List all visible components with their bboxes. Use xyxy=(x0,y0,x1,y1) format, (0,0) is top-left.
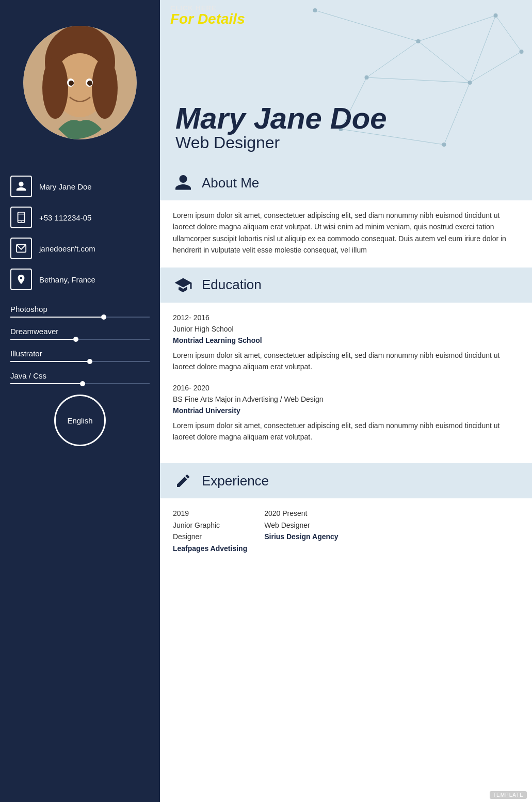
graduation-icon xyxy=(173,275,194,295)
template-badge: TEMPLATE xyxy=(490,791,527,799)
skill-bar-dot xyxy=(80,381,85,386)
svg-line-14 xyxy=(367,41,418,77)
skill-bar-fill xyxy=(10,317,101,318)
skill-name: Photoshop xyxy=(10,305,150,313)
about-text: Lorem ipsum dolor sit amet, consectetuer… xyxy=(173,210,519,256)
education-entry: 2012- 2016 Junior High School Montriad L… xyxy=(173,312,519,373)
skill-bar-dot xyxy=(87,359,92,364)
exp-role: Web Designer xyxy=(264,520,340,531)
person-silhouette-icon xyxy=(173,172,194,193)
contact-email-item: janedoesn't.com xyxy=(10,238,150,259)
phone-icon xyxy=(15,212,27,223)
header-right: CLICK HERE For Details Mary Jane Doe Web… xyxy=(160,0,532,165)
candidate-name: Mary Jane Doe xyxy=(175,103,517,133)
skill-bar-track xyxy=(10,383,150,384)
svg-point-31 xyxy=(21,221,22,222)
click-here-banner[interactable]: CLICK HERE For Details xyxy=(170,4,245,26)
skill-bar-fill xyxy=(10,339,73,340)
for-details-label: For Details xyxy=(170,12,245,26)
sidebar: Mary Jane Doe +53 112234-05 janedoes xyxy=(0,165,160,802)
education-section-header: Education xyxy=(160,268,532,303)
skill-name: Illustrator xyxy=(10,349,150,358)
pencil-icon xyxy=(173,470,194,491)
svg-line-11 xyxy=(496,15,522,52)
svg-point-21 xyxy=(416,39,421,43)
phone-icon-box xyxy=(10,207,32,228)
edu-year: 2016- 2020 xyxy=(173,382,519,394)
about-section-header: About Me xyxy=(160,165,532,200)
svg-line-19 xyxy=(470,15,496,83)
skill-bar-fill xyxy=(10,383,80,384)
language-circle: English xyxy=(54,395,106,446)
experience-entry: 2019 Junior Graphic Designer Leafpages A… xyxy=(173,508,249,554)
edu-school: Montriad University xyxy=(173,405,519,416)
education-entry: 2016- 2020 BS Fine Arts Major in Adverti… xyxy=(173,382,519,443)
experience-columns: 2019 Junior Graphic Designer Leafpages A… xyxy=(173,508,519,554)
edu-degree: BS Fine Arts Major in Advertising / Web … xyxy=(173,394,519,405)
svg-point-20 xyxy=(313,8,317,12)
person-icon xyxy=(15,181,27,192)
svg-point-4 xyxy=(92,57,118,119)
svg-point-3 xyxy=(42,57,68,119)
skill-bar-dot xyxy=(73,337,78,342)
language-section: English xyxy=(10,395,150,446)
avatar xyxy=(23,26,137,139)
skill-bar-dot xyxy=(101,314,106,320)
main-content: About Me Lorem ipsum dolor sit amet, con… xyxy=(160,165,532,802)
about-title: About Me xyxy=(202,175,259,191)
skill-name: Java / Css xyxy=(10,371,150,380)
contact-name-item: Mary Jane Doe xyxy=(10,176,150,197)
skill-item: Photoshop xyxy=(10,305,150,318)
experience-entry: 2020 Present Web Designer Sirius Design … xyxy=(264,508,340,554)
svg-point-8 xyxy=(87,81,92,86)
skill-bar-fill xyxy=(10,361,87,362)
language-label: English xyxy=(67,416,92,425)
edu-degree: Junior High School xyxy=(173,323,519,335)
location-icon-box xyxy=(10,269,32,290)
skill-item: Illustrator xyxy=(10,349,150,362)
about-body: Lorem ipsum dolor sit amet, consectetuer… xyxy=(160,200,532,268)
svg-point-22 xyxy=(494,13,498,18)
svg-line-13 xyxy=(470,52,522,83)
contact-location: Bethany, France xyxy=(39,275,95,284)
skill-name: Dreamweaver xyxy=(10,327,150,336)
skill-bar-track xyxy=(10,361,150,362)
education-body: 2012- 2016 Junior High School Montriad L… xyxy=(160,303,532,464)
contact-name: Mary Jane Doe xyxy=(39,182,92,191)
person-icon-box xyxy=(10,176,32,197)
skill-bar-track xyxy=(10,339,150,340)
email-icon xyxy=(15,243,27,254)
edu-year: 2012- 2016 xyxy=(173,312,519,323)
exp-year: 2019 xyxy=(173,508,249,519)
skill-bar-track xyxy=(10,317,150,318)
experience-title: Experience xyxy=(202,473,269,489)
experience-section-header: Experience xyxy=(160,463,532,498)
skills-section: Photoshop Dreamweaver Illustrator Java /… xyxy=(10,300,150,384)
experience-body: 2019 Junior Graphic Designer Leafpages A… xyxy=(160,498,532,565)
contact-location-item: Bethany, France xyxy=(10,269,150,290)
exp-year: 2020 Present xyxy=(264,508,340,519)
candidate-job-title: Web Designer xyxy=(175,133,517,152)
svg-point-24 xyxy=(468,81,472,85)
svg-point-7 xyxy=(69,81,74,86)
svg-line-12 xyxy=(418,41,470,83)
location-icon xyxy=(15,274,27,285)
edu-description: Lorem ipsum dolor sit amet, consectetuer… xyxy=(173,420,519,443)
exp-company: Sirius Design Agency xyxy=(264,531,340,542)
svg-point-23 xyxy=(520,50,524,54)
contact-phone: +53 112234-05 xyxy=(39,213,91,222)
edu-description: Lorem ipsum dolor sit amet, consectetuer… xyxy=(173,350,519,373)
skill-item: Dreamweaver xyxy=(10,327,150,340)
svg-line-10 xyxy=(418,15,496,41)
skill-item: Java / Css xyxy=(10,371,150,384)
svg-point-25 xyxy=(365,75,369,80)
exp-role: Junior Graphic Designer xyxy=(173,520,249,543)
education-title: Education xyxy=(202,277,262,293)
contact-phone-item: +53 112234-05 xyxy=(10,207,150,228)
svg-line-15 xyxy=(367,77,470,83)
edu-school: Montriad Learning School xyxy=(173,335,519,346)
email-icon-box xyxy=(10,238,32,259)
contact-email: janedoesn't.com xyxy=(39,244,95,253)
svg-line-9 xyxy=(315,10,418,41)
exp-company: Leafpages Advetising xyxy=(173,543,249,554)
